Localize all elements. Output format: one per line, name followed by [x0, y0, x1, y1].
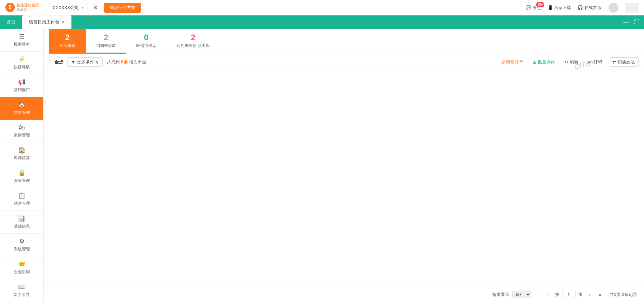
select-all-label: 全选 [55, 59, 63, 65]
app-download-label: App下载 [554, 5, 571, 11]
tab-minimize-button[interactable]: — [621, 17, 631, 27]
system-icon: ⚙ [19, 238, 24, 245]
user-avatar[interactable] [608, 3, 619, 13]
sidebar-item-operations[interactable]: 📋 经营管理 [0, 188, 43, 211]
first-page-button[interactable]: « [534, 291, 542, 299]
print-icon: 🖨 [588, 60, 592, 65]
sidebar-label-inventory: 库存核算 [14, 155, 30, 161]
found-count: 0条 [121, 59, 128, 64]
experience-button[interactable]: 体验行业方案 [104, 3, 141, 13]
basic-info-icon: 📊 [18, 215, 25, 222]
main-layout: ☰ 搜索菜单 ⚡ 快捷导航 📢 营销推广 🏠 销售管理 🛍 采购管理 🏠 库存核… [0, 29, 644, 302]
stat-num-all: 2 [65, 33, 69, 42]
refresh-label: 刷新 [570, 59, 578, 65]
headset-icon: 🎧 [578, 5, 583, 10]
sidebar-label-marketing: 营销推广 [14, 87, 30, 93]
stat-num-overdue-out: 2 [191, 33, 195, 42]
filter-button[interactable]: ▼ 更多条件 ∨ [67, 57, 103, 67]
found-prefix: 共找到 [107, 59, 120, 64]
sidebar-item-marketing[interactable]: 📢 营销推广 [0, 74, 43, 97]
operations-icon: 📋 [18, 192, 25, 199]
tab-home-label: 首页 [7, 19, 15, 25]
switch-version-button[interactable]: ⇄ 切换新版 [609, 57, 639, 67]
total-text: 共0页,0条记录 [609, 292, 637, 298]
per-page-select[interactable]: 50 100 200 [512, 291, 531, 298]
filter-label: 更多条件 [77, 59, 94, 65]
sidebar-label-basic-info: 基础信息 [14, 224, 30, 229]
app-download-button[interactable]: 📱 App下载 [548, 5, 571, 11]
stat-label-overdue-out: 到期未收款 已出库 [176, 43, 210, 49]
stats-tabs: 2 全部单据 2 到期未收款 0 旺铺待确认 2 到期未收款 已出库 [44, 29, 644, 54]
tab-maximize-button[interactable]: ⛶ [632, 17, 641, 27]
sidebar-item-inventory[interactable]: 🏠 库存核算 [0, 142, 43, 165]
user-name-area[interactable] [625, 3, 639, 13]
sidebar-label-operations: 经营管理 [14, 201, 30, 206]
settings-button[interactable]: ⚙ [91, 3, 101, 13]
sidebar-item-finance[interactable]: 🔒 资金管理 [0, 165, 43, 188]
switch-icon: ⇄ [612, 60, 616, 65]
sidebar-label-sales: 销售管理 [14, 110, 30, 116]
sidebar-label-finance: 资金管理 [14, 178, 30, 184]
tab-close-icon[interactable]: ✕ [61, 20, 65, 24]
sidebar-label-system: 系统管理 [14, 246, 30, 252]
stat-num-pending: 0 [144, 33, 148, 42]
batch-icon: ⊞ [533, 60, 536, 65]
add-icon: ＋ [496, 59, 500, 65]
add-order-button[interactable]: ＋ 新增销货单 [493, 58, 526, 66]
last-page-button[interactable]: » [596, 291, 604, 299]
sidebar-item-purchase[interactable]: 🛍 采购管理 [0, 120, 43, 142]
stat-tab-pending[interactable]: 0 旺铺待确认 [126, 29, 166, 54]
header-right: 💬 消息 99+ 📱 App下载 🎧 在线客服 [526, 3, 639, 13]
top-header: 6 畅捷通好生意 标准版 XXXXXX公司 ▼ ⚙ 体验行业方案 💬 消息 99… [0, 0, 644, 15]
search-menu-icon: ☰ [19, 33, 24, 40]
prev-page-button[interactable]: ‹ [544, 291, 552, 299]
sidebar-item-sales[interactable]: 🏠 销售管理 [0, 97, 43, 120]
tab-work-bench[interactable]: 钱货日清工作台 ✕ [22, 15, 71, 29]
list-area [44, 70, 644, 287]
print-button[interactable]: 🖨 打印 [585, 58, 605, 66]
select-all-checkbox[interactable]: 全选 [49, 59, 63, 65]
inventory-icon: 🏠 [18, 146, 25, 154]
pagination-bar: 每页显示 50 100 200 « ‹ 第 页 › » 共0页,0条记录 [44, 287, 644, 302]
online-service-label: 在线客服 [584, 5, 602, 11]
next-page-button[interactable]: › [585, 291, 593, 299]
company-name: XXXXXX公司 [53, 5, 79, 11]
page-input[interactable] [562, 291, 576, 298]
stat-label-all: 全部单据 [59, 43, 75, 49]
sidebar-label-quick-nav: 快捷导航 [14, 64, 30, 70]
sidebar-item-basic-info[interactable]: 📊 基础信息 [0, 211, 43, 234]
page-label: 第 [555, 292, 559, 298]
stat-tab-overdue[interactable]: 2 到期未收款 [86, 29, 126, 54]
message-badge: 99+ [536, 2, 544, 7]
sidebar-item-system[interactable]: ⚙ 系统管理 [0, 234, 43, 256]
sidebar-label-cooperation: 企业协同 [14, 269, 30, 275]
batch-operation-button[interactable]: ⊞ 批量操作 [530, 58, 558, 66]
filter-icon: ▼ [71, 60, 75, 65]
purchase-icon: 🛍 [19, 124, 25, 131]
cooperation-icon: 🤝 [18, 260, 25, 268]
sidebar-item-cooperation[interactable]: 🤝 企业协同 [0, 256, 43, 279]
online-service-button[interactable]: 🎧 在线客服 [578, 5, 602, 11]
finance-icon: 🔒 [18, 169, 25, 177]
refresh-button[interactable]: ↻ 刷新 [562, 58, 581, 66]
per-page-label: 每页显示 [492, 292, 509, 298]
sidebar-item-quick-nav[interactable]: ⚡ 快捷导航 [0, 52, 43, 74]
message-icon: 💬 [526, 5, 531, 10]
sidebar-item-guide[interactable]: 📖 新手引导 [0, 279, 43, 302]
tab-home[interactable]: 首页 [0, 15, 22, 29]
stat-tab-all[interactable]: 2 全部单据 [49, 29, 86, 54]
print-label: 打印 [593, 59, 602, 65]
found-suffix: 相关单据 [129, 59, 146, 64]
tab-work-bench-label: 钱货日清工作台 [29, 19, 59, 25]
marketing-icon: 📢 [18, 78, 25, 86]
sidebar-item-search-menu[interactable]: ☰ 搜索菜单 [0, 29, 43, 52]
switch-label: 切换新版 [618, 59, 635, 65]
select-all-input[interactable] [49, 60, 53, 64]
company-selector[interactable]: XXXXXX公司 ▼ [49, 3, 88, 12]
sidebar-label-guide: 新手引导 [14, 292, 30, 298]
refresh-icon: ↻ [565, 60, 568, 65]
tab-bar: 首页 钱货日清工作台 ✕ — ⛶ [0, 15, 644, 29]
stat-tab-overdue-out[interactable]: 2 到期未收款 已出库 [166, 29, 220, 54]
content-area: 2 全部单据 2 到期未收款 0 旺铺待确认 2 到期未收款 已出库 全选 [44, 29, 644, 302]
message-button[interactable]: 💬 消息 99+ [526, 5, 541, 11]
